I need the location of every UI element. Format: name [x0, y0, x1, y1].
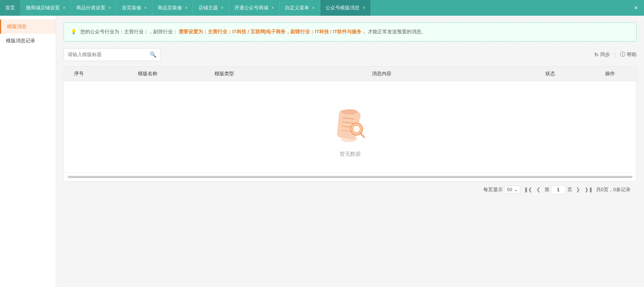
page-size-dropdown[interactable]: 50 ⌄ — [504, 186, 520, 193]
notice-icon: 💡 — [71, 29, 77, 34]
notice-text-after: 才能正常发送预置的消息。 — [368, 29, 426, 34]
nav-tab-template-msg-label: 公众号模版消息 — [326, 4, 360, 11]
table-header: 序号 模版名称 模版类型 消息内容 状态 操作 — [64, 67, 636, 81]
search-actions: ↻ 同步 | ⓘ 帮助 — [594, 51, 637, 58]
empty-image — [330, 104, 371, 145]
nav-tab-home-label: 首页 — [5, 4, 15, 11]
nav-tab-homepage-decor[interactable]: 首页装修 × — [117, 0, 152, 16]
table-wrap: 序号 模版名称 模版类型 消息内容 状态 操作 — [64, 66, 637, 181]
prev-page-button[interactable]: ❮ — [534, 185, 543, 194]
search-bar: 🔍 ↻ 同步 | ⓘ 帮助 — [64, 48, 637, 61]
nav-tab-custom-menu-label: 自定义菜单 — [285, 4, 309, 11]
notice-box: 💡 您的公众号行业为：主营行业：，副营行业： 需要设置为：主营行业：IT科技 /… — [64, 22, 637, 42]
search-input[interactable] — [68, 52, 150, 57]
close-all-button[interactable]: × — [628, 0, 644, 16]
sync-button[interactable]: ↻ 同步 — [594, 51, 610, 58]
svg-point-9 — [354, 126, 355, 128]
empty-text: 暂无数据 — [340, 151, 361, 158]
nav-tab-open-mall-label: 开通公众号商城 — [234, 4, 268, 11]
sync-icon: ↻ — [594, 52, 599, 58]
nav-tab-home[interactable]: 首页 — [0, 0, 21, 16]
page-label: 第 — [545, 186, 549, 193]
nav-tab-open-mall-close[interactable]: × — [271, 5, 274, 10]
th-action: 操作 — [584, 70, 636, 77]
th-status: 状态 — [517, 70, 584, 77]
th-index: 序号 — [64, 70, 94, 77]
page-size-label: 每页显示 — [483, 186, 503, 193]
nav-tab-shop-settings-close[interactable]: × — [63, 5, 65, 10]
page-size-select: 每页显示 50 ⌄ — [483, 186, 520, 193]
nav-tab-shop-theme-label: 店铺主题 — [198, 4, 218, 11]
page-unit: 页 — [567, 186, 572, 193]
nav-tab-shop-theme[interactable]: 店铺主题 × — [193, 0, 229, 16]
nav-tab-shop-settings[interactable]: 微商城店铺设置 × — [21, 0, 71, 16]
page-number-input[interactable] — [551, 185, 566, 194]
nav-tab-template-msg-close[interactable]: × — [363, 5, 365, 10]
sidebar-item-template-msg[interactable]: 模版消息 — [0, 19, 56, 34]
sync-label: 同步 — [600, 51, 610, 58]
nav-tab-custom-menu[interactable]: 自定义菜单 × — [280, 0, 320, 16]
chevron-down-icon: ⌄ — [514, 187, 518, 192]
nav-tab-product-close[interactable]: × — [185, 5, 188, 10]
nav-tab-template-msg[interactable]: 公众号模版消息 × — [320, 0, 371, 16]
svg-point-1 — [341, 109, 358, 115]
nav-tab-homepage-label: 首页装修 — [122, 4, 141, 11]
horizontal-scrollbar[interactable] — [68, 176, 632, 178]
th-name: 模版名称 — [94, 70, 202, 77]
nav-tab-homepage-close[interactable]: × — [144, 5, 147, 10]
main-layout: 模版消息 模版消息记录 💡 您的公众号行业为：主营行业：，副营行业： 需要设置为… — [0, 16, 644, 287]
nav-tab-custom-menu-close[interactable]: × — [312, 5, 315, 10]
help-icon: ⓘ — [620, 51, 625, 58]
sidebar-item-template-record[interactable]: 模版消息记录 — [0, 34, 56, 48]
help-label: 帮助 — [627, 51, 637, 58]
svg-line-8 — [360, 133, 364, 137]
search-icon[interactable]: 🔍 — [150, 51, 157, 58]
help-button[interactable]: ⓘ 帮助 — [620, 51, 637, 58]
nav-tab-product-decor[interactable]: 商品页装修 × — [152, 0, 193, 16]
scroll-track-wrap — [64, 172, 636, 181]
th-content: 消息内容 — [247, 70, 517, 77]
content-area: 💡 您的公众号行业为：主营行业：，副营行业： 需要设置为：主营行业：IT科技 /… — [56, 16, 644, 287]
last-page-button[interactable]: ❱❚ — [584, 185, 593, 194]
top-nav: 首页 微商城店铺设置 × 商品分类设置 × 首页装修 × 商品页装修 × 店铺主… — [0, 0, 644, 16]
page-size-value: 50 — [507, 187, 512, 192]
th-type: 模版类型 — [202, 70, 247, 77]
total-label: 共0页，0条记录 — [596, 186, 631, 193]
first-page-button[interactable]: ❚❰ — [524, 185, 533, 194]
nav-tab-product-label: 商品页装修 — [158, 4, 182, 11]
divider: | — [614, 52, 616, 57]
page-nav: ❚❰ ❮ 第 页 ❯ ❱❚ — [524, 185, 593, 194]
search-input-wrap[interactable]: 🔍 — [64, 48, 161, 61]
empty-state: 暂无数据 — [64, 81, 636, 172]
notice-text-before: 您的公众号行业为：主营行业：，副营行业： — [80, 29, 178, 34]
nav-tab-shop-theme-close[interactable]: × — [221, 5, 224, 10]
nav-tab-category-close[interactable]: × — [108, 5, 111, 10]
nav-tab-category-label: 商品分类设置 — [76, 4, 105, 11]
next-page-button[interactable]: ❯ — [574, 185, 583, 194]
nav-tab-category-settings[interactable]: 商品分类设置 × — [71, 0, 117, 16]
notice-highlight: 需要设置为：主营行业：IT科技 / 互联网|电子商务，副营行业：IT科技 / I… — [179, 29, 366, 34]
pagination-bar: 每页显示 50 ⌄ ❚❰ ❮ 第 页 ❯ ❱❚ 共0页，0条记录 — [64, 181, 637, 196]
sidebar: 模版消息 模版消息记录 — [0, 16, 56, 287]
svg-point-7 — [353, 125, 360, 133]
nav-tab-open-mall[interactable]: 开通公众号商城 × — [229, 0, 280, 16]
nav-tab-shop-settings-label: 微商城店铺设置 — [26, 4, 60, 11]
